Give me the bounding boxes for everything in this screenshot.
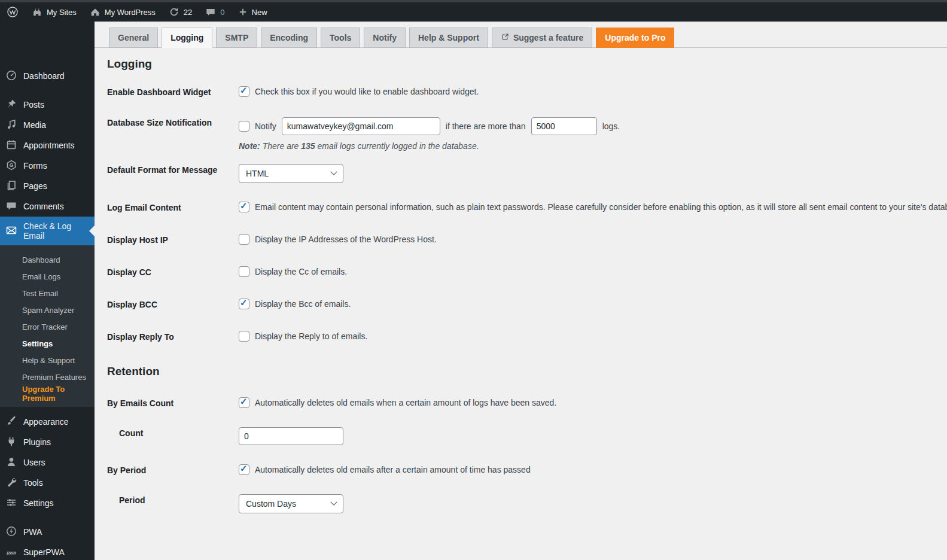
sidebar-item-pwa[interactable]: PWA (0, 522, 95, 542)
submenu-item-email-logs[interactable]: Email Logs (0, 268, 95, 285)
display-host-ip-checkbox[interactable] (239, 234, 249, 245)
admin-bar: My Sites My WordPress 22 0 New (0, 2, 947, 22)
tab-help-support[interactable]: Help & Support (409, 28, 488, 48)
sidebar-item-tools[interactable]: Tools (0, 473, 95, 493)
checkbox-description: Display the Reply to of emails. (255, 331, 367, 341)
sidebar-item-appointments[interactable]: Appointments (0, 135, 95, 156)
tab-general[interactable]: General (109, 28, 158, 48)
submenu-item-upgrade-to-premium[interactable]: Upgrade To Premium (0, 385, 95, 402)
tab-tools[interactable]: Tools (321, 28, 360, 48)
display-reply-to-checkbox[interactable] (239, 331, 249, 342)
tab-suggest-a-feature[interactable]: Suggest a feature (492, 28, 592, 48)
tab-notify[interactable]: Notify (364, 28, 406, 48)
sidebar-item-comments[interactable]: Comments (0, 196, 95, 217)
sidebar-item-dashboard[interactable]: Dashboard (0, 66, 95, 86)
sidebar-item-label: SuperPWA (23, 547, 65, 557)
by-period-checkbox[interactable] (239, 464, 249, 475)
active-item-label-line2: Email (23, 231, 44, 241)
update-icon (169, 7, 179, 17)
wrench-icon (5, 476, 17, 490)
sidebar-item-check-log-email[interactable]: Check & Log Email (0, 217, 95, 245)
row-display-cc: Display CC Display the Cc of emails. (107, 266, 947, 277)
sidebar-item-label: PWA (23, 527, 42, 537)
logs-suffix: logs. (602, 121, 620, 131)
home-icon (90, 7, 101, 17)
sidebar-item-superpwa[interactable]: pwa SuperPWA (0, 542, 95, 560)
sidebar-item-label: Forms (23, 161, 47, 171)
row-enable-dashboard-widget: Enable Dashboard Widget Check this box i… (107, 86, 947, 97)
new-label: New (252, 8, 267, 17)
row-display-host-ip: Display Host IP Display the IP Addresses… (107, 234, 947, 245)
tab-upgrade-to-pro[interactable]: Upgrade to Pro (596, 28, 674, 48)
field-label: Display CC (107, 266, 239, 277)
tab-label: Suggest a feature (513, 33, 583, 42)
count-input[interactable] (239, 427, 343, 445)
tab-logging[interactable]: Logging (162, 28, 212, 48)
sidebar-item-label: Pages (23, 181, 47, 191)
field-label: By Emails Count (107, 397, 239, 408)
comment-count: 0 (220, 8, 224, 17)
settings-page: General Logging SMTP Encoding Tools Noti… (95, 22, 947, 560)
sidebar-item-label: Posts (23, 100, 44, 109)
log-email-content-checkbox[interactable] (239, 202, 249, 212)
submenu-item-dashboard[interactable]: Dashboard (0, 251, 95, 268)
sidebar-item-settings[interactable]: Settings (0, 493, 95, 513)
new-content-menu[interactable]: New (232, 2, 274, 22)
field-label: Database Size Notification (107, 117, 239, 151)
chevron-down-icon (330, 499, 337, 506)
submenu-item-error-tracker[interactable]: Error Tracker (0, 318, 95, 335)
field-label: Display Host IP (107, 234, 239, 245)
pages-icon (5, 179, 17, 193)
brush-icon (5, 415, 17, 429)
sidebar-item-posts[interactable]: Posts (0, 95, 95, 115)
gravity-forms-icon: G (5, 159, 17, 173)
selected-value: HTML (246, 169, 269, 178)
display-bcc-checkbox[interactable] (239, 299, 249, 309)
submenu-item-help-support[interactable]: Help & Support (0, 352, 95, 369)
sidebar-item-media[interactable]: Media (0, 115, 95, 135)
sidebar-item-label: Settings (23, 498, 54, 508)
submenu-item-settings[interactable]: Settings (0, 335, 95, 352)
field-label: Display Reply To (107, 331, 239, 342)
wp-logo-button[interactable] (0, 2, 25, 22)
row-by-period: By Period Automatically deletes old emai… (107, 464, 947, 475)
site-name-label: My WordPress (105, 8, 156, 17)
sidebar-item-pages[interactable]: Pages (0, 176, 95, 196)
sidebar-item-label: Appointments (23, 141, 75, 150)
tab-encoding[interactable]: Encoding (261, 28, 317, 48)
updates-menu[interactable]: 22 (162, 2, 199, 22)
period-select[interactable]: Custom Days (239, 494, 343, 513)
check-log-email-submenu: Dashboard Email Logs Test Email Spam Ana… (0, 245, 95, 407)
default-format-select[interactable]: HTML (239, 164, 343, 183)
my-sites-menu[interactable]: My Sites (25, 2, 83, 22)
pwa-icon (5, 525, 17, 539)
checkbox-description: Display the IP Addresses of the WordPres… (255, 235, 437, 244)
tab-smtp[interactable]: SMTP (216, 28, 257, 48)
field-label: Log Email Content (107, 202, 239, 212)
comments-menu[interactable]: 0 (199, 2, 231, 22)
submenu-item-premium-features[interactable]: Premium Features (0, 369, 95, 385)
enable-dashboard-widget-checkbox[interactable] (239, 86, 249, 97)
pushpin-icon (5, 98, 17, 112)
settings-tabs: General Logging SMTP Encoding Tools Noti… (95, 22, 947, 48)
sidebar-item-users[interactable]: Users (0, 452, 95, 473)
row-display-reply-to: Display Reply To Display the Reply to of… (107, 331, 947, 342)
sidebar-item-appearance[interactable]: Appearance (0, 412, 95, 432)
site-name-menu[interactable]: My WordPress (83, 2, 162, 22)
notification-email-input[interactable] (282, 117, 440, 135)
log-threshold-input[interactable] (531, 117, 597, 135)
submenu-item-test-email[interactable]: Test Email (0, 285, 95, 302)
field-label: Period (107, 494, 239, 513)
sidebar-item-plugins[interactable]: Plugins (0, 432, 95, 452)
by-emails-count-checkbox[interactable] (239, 397, 249, 408)
database-note: Note: There are 135 email logs currently… (239, 141, 947, 151)
display-cc-checkbox[interactable] (239, 266, 249, 277)
plug-icon (5, 436, 17, 449)
my-sites-label: My Sites (47, 8, 77, 17)
submenu-item-spam-analyzer[interactable]: Spam Analyzer (0, 302, 95, 318)
sidebar-item-forms[interactable]: G Forms (0, 156, 95, 176)
row-by-emails-count: By Emails Count Automatically deletes ol… (107, 397, 947, 408)
database-size-notification-checkbox[interactable] (239, 121, 249, 132)
row-display-bcc: Display BCC Display the Bcc of emails. (107, 299, 947, 309)
calendar-icon (5, 139, 17, 153)
